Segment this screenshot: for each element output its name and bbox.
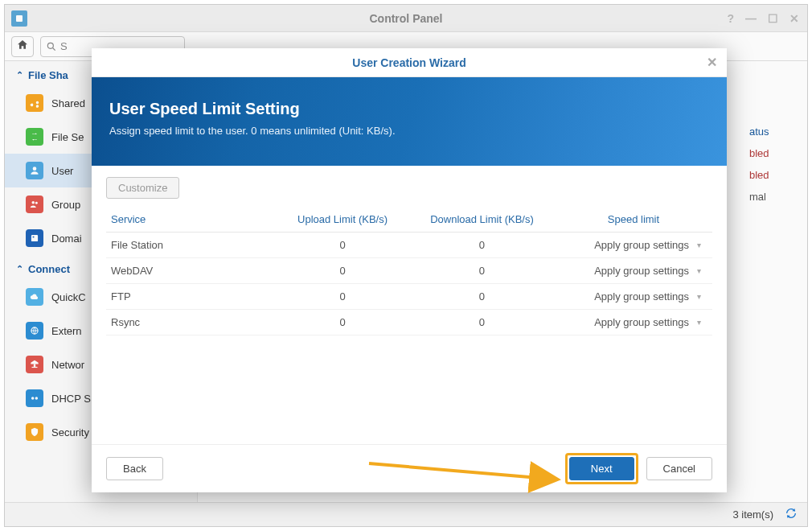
chevron-down-icon: ▾	[697, 241, 701, 249]
next-button[interactable]: Next	[569, 457, 634, 480]
table-row: WebDAV00Apply group settings▾	[106, 258, 712, 284]
cell-download: 0	[409, 258, 555, 284]
cell-service: WebDAV	[106, 258, 276, 284]
modal-title: User Creation Wizard	[352, 56, 465, 69]
cell-service: File Station	[106, 233, 276, 258]
cell-download: 0	[409, 310, 555, 335]
chevron-down-icon: ▾	[697, 266, 701, 275]
chevron-down-icon: ▾	[697, 292, 701, 301]
cell-upload: 0	[276, 284, 409, 310]
cell-upload: 0	[276, 258, 409, 284]
cell-speed-limit[interactable]: Apply group settings▾	[555, 258, 712, 284]
col-download[interactable]: Download Limit (KB/s)	[409, 207, 555, 233]
close-icon[interactable]: ✕	[707, 55, 717, 70]
back-button[interactable]: Back	[106, 457, 163, 480]
banner-subtitle: Assign speed limit to the user. 0 means …	[109, 125, 709, 137]
col-upload[interactable]: Upload Limit (KB/s)	[276, 207, 409, 233]
cell-service: FTP	[106, 284, 276, 310]
cell-speed-limit[interactable]: Apply group settings▾	[555, 284, 712, 310]
user-creation-wizard-modal: User Creation Wizard ✕ User Speed Limit …	[92, 48, 727, 492]
col-service[interactable]: Service	[106, 207, 276, 233]
table-row: FTP00Apply group settings▾	[106, 284, 712, 310]
cell-speed-limit[interactable]: Apply group settings▾	[555, 310, 712, 335]
modal-titlebar: User Creation Wizard ✕	[92, 48, 727, 77]
next-button-highlight: Next	[565, 453, 638, 484]
control-panel-window: Control Panel ? — ☐ ✕ S ⌃ File Sha	[4, 4, 808, 527]
cell-download: 0	[409, 284, 555, 310]
modal-footer: Back Next Cancel	[92, 444, 727, 492]
cancel-button[interactable]: Cancel	[646, 457, 712, 480]
cell-speed-limit[interactable]: Apply group settings▾	[555, 233, 712, 258]
banner-heading: User Speed Limit Setting	[109, 100, 709, 118]
chevron-down-icon: ▾	[697, 318, 701, 327]
cell-upload: 0	[276, 233, 409, 258]
modal-body: Customize Service Upload Limit (KB/s) Do…	[92, 166, 727, 444]
cell-upload: 0	[276, 310, 409, 335]
table-row: File Station00Apply group settings▾	[106, 233, 712, 258]
cell-download: 0	[409, 233, 555, 258]
cell-service: Rsync	[106, 310, 276, 335]
table-row: Rsync00Apply group settings▾	[106, 310, 712, 335]
col-speed-limit[interactable]: Speed limit	[555, 207, 712, 233]
speed-limit-table: Service Upload Limit (KB/s) Download Lim…	[106, 207, 712, 335]
modal-banner: User Speed Limit Setting Assign speed li…	[92, 77, 727, 166]
customize-button[interactable]: Customize	[106, 177, 179, 199]
